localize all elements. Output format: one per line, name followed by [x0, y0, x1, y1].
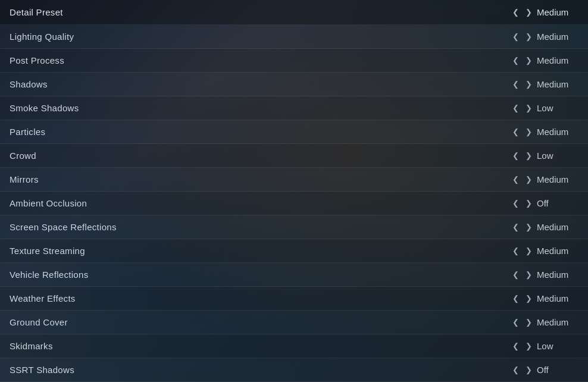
value-ground-cover: Medium — [537, 317, 578, 327]
chevron-right-texture-streaming[interactable] — [524, 246, 533, 255]
chevron-right-shadows[interactable] — [524, 80, 533, 89]
control-post-process: Medium — [511, 55, 578, 65]
chevron-left-ground-cover[interactable] — [511, 318, 520, 327]
value-skidmarks: Low — [537, 341, 578, 351]
settings-row-smoke-shadows: Smoke ShadowsLow — [0, 96, 588, 120]
settings-row-skidmarks: SkidmarksLow — [0, 334, 588, 358]
value-detail-preset: Medium — [537, 7, 578, 17]
value-vehicle-reflections: Medium — [537, 270, 578, 280]
label-ambient-occlusion: Ambient Occlusion — [10, 198, 87, 208]
label-ground-cover: Ground Cover — [10, 317, 68, 327]
label-particles: Particles — [10, 127, 45, 137]
chevron-left-particles[interactable] — [511, 127, 520, 136]
chevron-right-ssrt-shadows[interactable] — [524, 365, 533, 374]
control-weather-effects: Medium — [511, 293, 578, 303]
value-smoke-shadows: Low — [537, 103, 578, 113]
settings-row-ambient-occlusion: Ambient OcclusionOff — [0, 192, 588, 215]
chevron-right-smoke-shadows[interactable] — [524, 104, 533, 112]
chevron-left-crowd[interactable] — [511, 151, 520, 160]
control-screen-space-reflections: Medium — [511, 222, 578, 232]
chevron-left-shadows[interactable] — [511, 80, 520, 89]
control-texture-streaming: Medium — [511, 246, 578, 256]
label-smoke-shadows: Smoke Shadows — [10, 103, 79, 113]
chevron-right-vehicle-reflections[interactable] — [524, 270, 533, 279]
control-lighting-quality: Medium — [511, 32, 578, 42]
value-screen-space-reflections: Medium — [537, 222, 578, 232]
chevron-left-weather-effects[interactable] — [511, 294, 520, 303]
control-ground-cover: Medium — [511, 317, 578, 327]
settings-row-ground-cover: Ground CoverMedium — [0, 311, 588, 334]
value-mirrors: Medium — [537, 174, 578, 184]
settings-row-lighting-quality: Lighting QualityMedium — [0, 25, 588, 49]
settings-row-shadows: ShadowsMedium — [0, 73, 588, 96]
value-ambient-occlusion: Off — [537, 198, 578, 208]
chevron-right-crowd[interactable] — [524, 151, 533, 160]
chevron-left-ambient-occlusion[interactable] — [511, 199, 520, 208]
chevron-left-screen-space-reflections[interactable] — [511, 223, 520, 231]
control-shadows: Medium — [511, 79, 578, 89]
chevron-right-particles[interactable] — [524, 127, 533, 136]
chevron-right-screen-space-reflections[interactable] — [524, 223, 533, 231]
value-post-process: Medium — [537, 55, 578, 65]
settings-row-crowd: CrowdLow — [0, 144, 588, 168]
label-lighting-quality: Lighting Quality — [10, 32, 74, 42]
settings-row-vehicle-reflections: Vehicle ReflectionsMedium — [0, 263, 588, 287]
chevron-left-vehicle-reflections[interactable] — [511, 270, 520, 279]
value-particles: Medium — [537, 127, 578, 137]
chevron-right-detail-preset[interactable] — [524, 8, 533, 17]
settings-list: Detail PresetMediumLighting QualityMediu… — [0, 0, 588, 382]
settings-row-ssrt-shadows: SSRT ShadowsOff — [0, 358, 588, 382]
chevron-right-ground-cover[interactable] — [524, 318, 533, 327]
chevron-right-post-process[interactable] — [524, 56, 533, 65]
value-shadows: Medium — [537, 79, 578, 89]
label-vehicle-reflections: Vehicle Reflections — [10, 270, 88, 280]
settings-row-texture-streaming: Texture StreamingMedium — [0, 239, 588, 263]
label-post-process: Post Process — [10, 55, 64, 65]
label-ssrt-shadows: SSRT Shadows — [10, 365, 74, 375]
control-smoke-shadows: Low — [511, 103, 578, 113]
chevron-right-weather-effects[interactable] — [524, 294, 533, 303]
control-skidmarks: Low — [511, 341, 578, 351]
control-particles: Medium — [511, 127, 578, 137]
chevron-left-lighting-quality[interactable] — [511, 32, 520, 41]
chevron-right-ambient-occlusion[interactable] — [524, 199, 533, 208]
control-ssrt-shadows: Off — [511, 365, 578, 375]
chevron-right-mirrors[interactable] — [524, 175, 533, 184]
chevron-left-post-process[interactable] — [511, 56, 520, 65]
chevron-right-lighting-quality[interactable] — [524, 32, 533, 41]
settings-row-weather-effects: Weather EffectsMedium — [0, 287, 588, 311]
chevron-left-detail-preset[interactable] — [511, 8, 520, 17]
label-detail-preset: Detail Preset — [10, 7, 63, 17]
chevron-left-mirrors[interactable] — [511, 175, 520, 184]
settings-row-particles: ParticlesMedium — [0, 120, 588, 144]
chevron-left-ssrt-shadows[interactable] — [511, 365, 520, 374]
label-crowd: Crowd — [10, 151, 36, 161]
control-ambient-occlusion: Off — [511, 198, 578, 208]
label-shadows: Shadows — [10, 79, 48, 89]
label-screen-space-reflections: Screen Space Reflections — [10, 222, 117, 232]
value-lighting-quality: Medium — [537, 32, 578, 42]
label-mirrors: Mirrors — [10, 174, 39, 184]
settings-row-mirrors: MirrorsMedium — [0, 168, 588, 192]
control-crowd: Low — [511, 151, 578, 161]
chevron-left-smoke-shadows[interactable] — [511, 104, 520, 112]
value-texture-streaming: Medium — [537, 246, 578, 256]
settings-row-post-process: Post ProcessMedium — [0, 49, 588, 73]
value-crowd: Low — [537, 151, 578, 161]
settings-row-detail-preset: Detail PresetMedium — [0, 0, 588, 25]
value-ssrt-shadows: Off — [537, 365, 578, 375]
control-vehicle-reflections: Medium — [511, 270, 578, 280]
control-mirrors: Medium — [511, 174, 578, 184]
label-texture-streaming: Texture Streaming — [10, 246, 85, 256]
chevron-right-skidmarks[interactable] — [524, 342, 533, 350]
chevron-left-skidmarks[interactable] — [511, 342, 520, 350]
chevron-left-texture-streaming[interactable] — [511, 246, 520, 255]
label-skidmarks: Skidmarks — [10, 341, 53, 351]
value-weather-effects: Medium — [537, 293, 578, 303]
settings-row-screen-space-reflections: Screen Space ReflectionsMedium — [0, 215, 588, 239]
label-weather-effects: Weather Effects — [10, 293, 76, 303]
control-detail-preset: Medium — [511, 7, 578, 17]
